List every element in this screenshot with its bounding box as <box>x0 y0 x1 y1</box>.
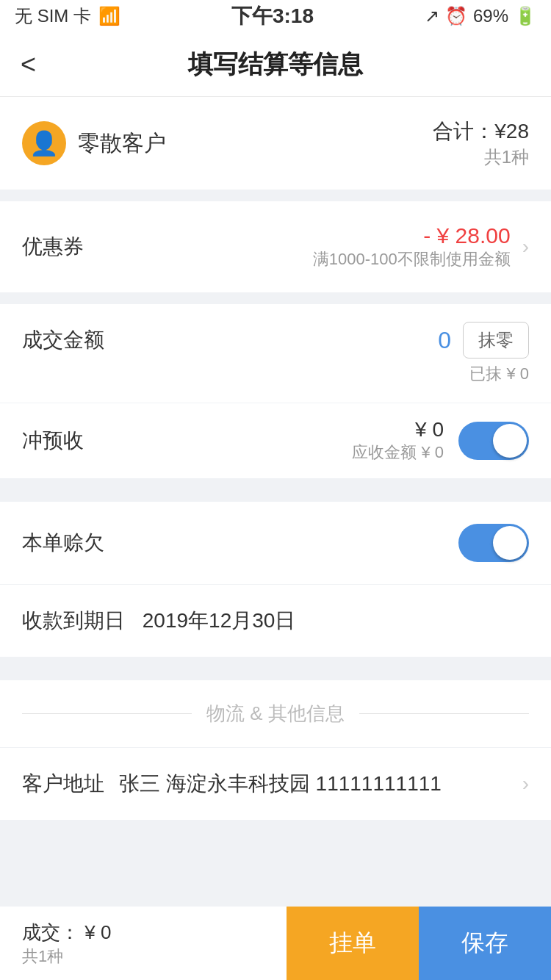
transaction-row: 成交金额 0 抹零 已抹 ¥ 0 <box>0 304 551 403</box>
sim-text: 无 SIM 卡 <box>15 4 91 28</box>
prepay-amount-sub: 应收金额 ¥ 0 <box>352 442 444 464</box>
nav-bar: < 填写结算等信息 <box>0 32 551 97</box>
toggle-knob <box>493 424 527 458</box>
bottom-count: 共1种 <box>22 945 264 968</box>
divider-3 <box>0 478 551 490</box>
divider-4 <box>0 657 551 669</box>
transaction-section: 成交金额 0 抹零 已抹 ¥ 0 冲预收 ¥ 0 应收金额 ¥ 0 <box>0 304 551 478</box>
prepay-amount-main: ¥ 0 <box>352 418 444 442</box>
coupon-section: 优惠券 - ¥ 28.00 满1000-100不限制使用金额 › <box>0 201 551 292</box>
address-label: 客户地址 <box>22 770 104 798</box>
coupon-row[interactable]: 优惠券 - ¥ 28.00 满1000-100不限制使用金额 › <box>0 201 551 292</box>
address-chevron-icon: › <box>522 772 529 796</box>
coupon-value-right: - ¥ 28.00 满1000-100不限制使用金额 › <box>313 223 529 270</box>
discount-desc: 满1000-100不限制使用金额 <box>313 248 511 270</box>
logistics-header: 物流 & 其他信息 <box>0 680 551 748</box>
transaction-sub: 已抹 ¥ 0 <box>22 363 529 385</box>
date-row: 收款到期日 2019年12月30日 <box>0 585 551 657</box>
prepay-amounts: ¥ 0 应收金额 ¥ 0 <box>352 418 444 464</box>
back-button[interactable]: < <box>21 49 36 80</box>
total-amount: 合计：¥28 <box>433 118 529 145</box>
customer-name: 零散客户 <box>78 129 166 159</box>
battery-text: 69% <box>473 6 508 26</box>
battery-icon: 🔋 <box>514 6 536 26</box>
customer-section: 👤 零散客户 合计：¥28 共1种 <box>0 97 551 190</box>
hold-button[interactable]: 挂单 <box>287 907 419 980</box>
credit-label: 本单赊欠 <box>22 529 104 557</box>
prepay-row: 冲预收 ¥ 0 应收金额 ¥ 0 <box>0 403 551 478</box>
logistics-line-right <box>359 713 529 714</box>
credit-toggle-knob <box>493 526 527 560</box>
address-value: 张三 海淀永丰科技园 11111111111 <box>119 770 522 798</box>
bottom-bar: 成交： ¥ 0 共1种 挂单 保存 <box>0 907 551 980</box>
due-date-value[interactable]: 2019年12月30日 <box>143 609 296 632</box>
transaction-label: 成交金额 <box>22 326 104 354</box>
divider-2 <box>0 292 551 304</box>
due-date-label: 收款到期日 <box>22 609 125 632</box>
page-title: 填写结算等信息 <box>188 48 363 82</box>
customer-row: 👤 零散客户 合计：¥28 共1种 <box>22 118 529 169</box>
chevron-right-icon: › <box>522 235 529 259</box>
discount-info: - ¥ 28.00 满1000-100不限制使用金额 <box>313 223 511 270</box>
save-button[interactable]: 保存 <box>419 907 551 980</box>
bottom-transaction: 成交： ¥ 0 <box>22 920 264 945</box>
logistics-section: 物流 & 其他信息 客户地址 张三 海淀永丰科技园 11111111111 › <box>0 680 551 820</box>
logistics-title: 物流 & 其他信息 <box>206 701 345 727</box>
status-left: 无 SIM 卡 📶 <box>15 4 120 28</box>
customer-right: 合计：¥28 共1种 <box>433 118 529 169</box>
logistics-line-left <box>22 713 192 714</box>
address-row[interactable]: 客户地址 张三 海淀永丰科技园 11111111111 › <box>0 748 551 820</box>
status-time: 下午3:18 <box>231 2 314 30</box>
total-count: 共1种 <box>433 145 529 169</box>
credit-toggle[interactable] <box>458 524 529 562</box>
customer-left: 👤 零散客户 <box>22 121 166 165</box>
transaction-top: 成交金额 0 抹零 <box>22 322 529 359</box>
transaction-value[interactable]: 0 <box>422 327 451 354</box>
bottom-transaction-label: 成交： <box>22 921 79 943</box>
bottom-spacer <box>0 820 551 908</box>
status-bar: 无 SIM 卡 📶 下午3:18 ↗ ⏰ 69% 🔋 <box>0 0 551 32</box>
discount-amount: - ¥ 28.00 <box>313 223 511 248</box>
location-icon: ↗ <box>425 6 439 26</box>
prepay-toggle[interactable] <box>458 422 529 460</box>
credit-section: 本单赊欠 收款到期日 2019年12月30日 <box>0 502 551 657</box>
status-right: ↗ ⏰ 69% 🔋 <box>425 6 536 26</box>
round-zero-button[interactable]: 抹零 <box>463 322 529 359</box>
prepay-label: 冲预收 <box>22 427 84 455</box>
avatar: 👤 <box>22 121 66 165</box>
divider-1 <box>0 190 551 201</box>
prepay-right: ¥ 0 应收金额 ¥ 0 <box>352 418 529 464</box>
bottom-info: 成交： ¥ 0 共1种 <box>0 920 287 968</box>
alarm-icon: ⏰ <box>445 6 467 26</box>
credit-row: 本单赊欠 <box>0 502 551 585</box>
wifi-icon: 📶 <box>98 6 120 26</box>
transaction-right: 0 抹零 <box>422 322 529 359</box>
bottom-transaction-value: ¥ 0 <box>84 921 111 943</box>
avatar-icon: 👤 <box>29 129 59 157</box>
coupon-label: 优惠券 <box>22 233 84 261</box>
